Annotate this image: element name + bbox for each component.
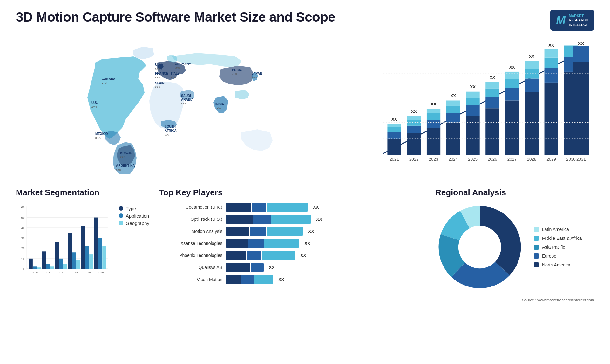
svg-text:2029: 2029	[546, 157, 556, 162]
svg-text:60: 60	[21, 206, 25, 209]
svg-rect-63	[545, 58, 558, 68]
svg-rect-46	[485, 108, 499, 155]
svg-rect-103	[29, 259, 33, 269]
uk-label: U.K.	[155, 63, 161, 66]
svg-text:xx%: xx%	[155, 85, 160, 89]
argentina-label: ARGENTINA	[116, 164, 135, 167]
svg-text:XX: XX	[431, 102, 437, 106]
svg-text:20: 20	[21, 246, 25, 250]
svg-rect-104	[33, 266, 37, 269]
player-vicon: Vicon Motion XX	[159, 275, 426, 284]
svg-text:10: 10	[21, 257, 25, 260]
header: 3D Motion Capture Software Market Size a…	[16, 10, 594, 31]
page-container: 3D Motion Capture Software Market Size a…	[0, 0, 610, 364]
svg-text:2031: 2031	[576, 157, 586, 162]
svg-rect-61	[545, 83, 558, 155]
player-xsense: Xsense Technologies XX	[159, 239, 426, 248]
growth-bar-chart: XX XX XX XX	[372, 37, 594, 175]
brazil-label: BRAZIL	[120, 151, 132, 155]
svg-rect-116	[85, 246, 89, 269]
svg-text:ARABIA: ARABIA	[181, 98, 193, 101]
legend-europe: Europe	[534, 253, 582, 259]
svg-rect-120	[102, 246, 106, 269]
svg-text:2024: 2024	[71, 271, 78, 274]
svg-text:XX: XX	[578, 40, 585, 46]
svg-rect-119	[98, 238, 102, 269]
page-title: 3D Motion Capture Software Market Size a…	[16, 10, 335, 25]
regional-section: Regional Analysis	[435, 188, 594, 302]
svg-text:2025: 2025	[84, 271, 91, 274]
south-africa-label: SOUTH	[165, 125, 176, 128]
italy-label: ITALY	[171, 72, 180, 75]
player-codamotion: Codamotion (U.K.) XX	[159, 203, 426, 212]
svg-rect-21	[387, 139, 401, 155]
svg-text:xx%: xx%	[102, 82, 107, 85]
svg-text:2027: 2027	[507, 157, 517, 162]
svg-point-133	[458, 226, 501, 268]
svg-rect-34	[427, 109, 440, 113]
world-map: CANADA xx% U.S. xx% MEXICO xx% BRAZIL xx…	[16, 37, 359, 174]
segmentation-title: Market Segmentation	[16, 188, 149, 198]
logo: M MARKET RESEARCH INTELLECT	[550, 10, 594, 31]
svg-rect-23	[387, 127, 401, 132]
legend-latin-america: Latin America	[534, 227, 582, 232]
svg-rect-113	[72, 252, 76, 269]
svg-rect-39	[446, 100, 460, 105]
svg-rect-106	[42, 251, 46, 269]
germany-label: GERMANY	[175, 62, 191, 66]
svg-rect-69	[573, 62, 589, 155]
svg-text:2022: 2022	[45, 271, 52, 274]
svg-text:XX: XX	[411, 109, 417, 113]
svg-text:xx%: xx%	[92, 105, 97, 108]
mexico-label: MEXICO	[95, 132, 108, 136]
svg-rect-108	[50, 266, 54, 269]
svg-text:xx%: xx%	[181, 102, 186, 105]
svg-rect-33	[427, 113, 440, 120]
svg-text:xx%: xx%	[155, 76, 160, 79]
regional-donut-chart	[435, 203, 524, 292]
svg-text:XX: XX	[391, 117, 397, 122]
svg-rect-36	[446, 122, 460, 155]
svg-rect-26	[407, 133, 421, 155]
svg-rect-111	[63, 264, 67, 269]
svg-text:xx%: xx%	[232, 73, 237, 76]
svg-rect-47	[485, 97, 499, 108]
svg-rect-27	[407, 126, 421, 133]
svg-text:xx%: xx%	[165, 133, 170, 137]
svg-rect-24	[387, 124, 401, 127]
regional-title: Regional Analysis	[435, 188, 594, 198]
canada-label: CANADA	[102, 77, 115, 81]
china-label: CHINA	[232, 69, 242, 72]
svg-text:xx%: xx%	[116, 168, 121, 171]
svg-rect-31	[427, 128, 440, 155]
svg-rect-29	[407, 116, 421, 120]
svg-text:AFRICA: AFRICA	[165, 129, 177, 132]
svg-text:2024: 2024	[448, 157, 458, 162]
svg-rect-110	[59, 259, 63, 269]
svg-rect-58	[525, 69, 539, 79]
svg-text:xx%: xx%	[95, 136, 101, 139]
svg-text:2030: 2030	[566, 157, 576, 162]
legend-asia-pacific: Asia Pacific	[534, 245, 582, 250]
us-label: U.S.	[92, 101, 98, 104]
svg-rect-54	[505, 72, 519, 79]
svg-rect-28	[407, 120, 421, 126]
svg-text:2025: 2025	[468, 157, 478, 162]
svg-text:2021: 2021	[390, 157, 399, 162]
regional-legend: Latin America Middle East & Africa Asia …	[534, 227, 582, 267]
svg-text:xx%: xx%	[215, 107, 221, 110]
players-chart: Codamotion (U.K.) XX OptiTrack (U.S.)	[159, 203, 426, 284]
svg-rect-115	[81, 226, 85, 269]
svg-rect-37	[446, 113, 460, 123]
svg-rect-109	[55, 242, 59, 269]
svg-text:2023: 2023	[429, 157, 438, 162]
key-players-section: Top Key Players Codamotion (U.K.) XX Opt…	[159, 188, 426, 287]
legend-north-america: North America	[534, 262, 582, 267]
svg-rect-49	[485, 82, 499, 89]
bar-chart-section: XX XX XX XX	[372, 37, 594, 175]
svg-text:xx%: xx%	[175, 66, 180, 70]
svg-text:XX: XX	[529, 54, 534, 59]
svg-rect-62	[545, 68, 558, 82]
spain-label: SPAIN	[155, 81, 165, 85]
svg-rect-51	[505, 100, 519, 155]
